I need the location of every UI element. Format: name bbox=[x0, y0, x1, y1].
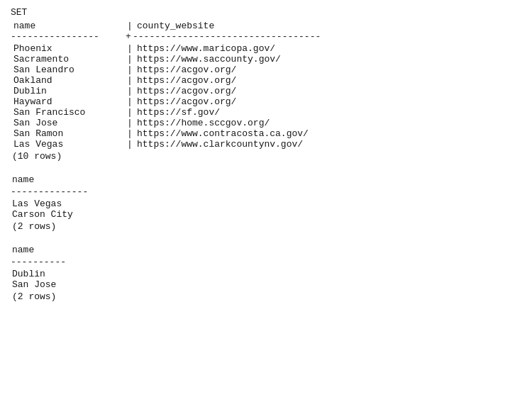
table1-rows: Phoenix | https://www.maricopa.gov/ Sacr… bbox=[11, 43, 521, 150]
row-separator: | bbox=[126, 118, 134, 128]
table1-col2-header: county_website bbox=[134, 21, 214, 31]
table-row: San Francisco| https://sf.gov/ bbox=[11, 107, 521, 118]
table2-block: name -------------- Las Vegas Carson Cit… bbox=[11, 174, 521, 232]
row-name: Las Vegas bbox=[12, 139, 126, 150]
table-row: Dublin | https://acgov.org/ bbox=[11, 86, 521, 96]
row-name: San Ramon bbox=[12, 128, 126, 139]
table1-divider-right: ---------------------------------- bbox=[133, 31, 521, 42]
row-name: San Jose bbox=[12, 118, 126, 128]
row-website: https://www.contracosta.ca.gov/ bbox=[134, 128, 309, 139]
row-website: https://www.saccounty.gov/ bbox=[134, 54, 281, 65]
table-row: San Jose | https://home.sccgov.org/ bbox=[11, 118, 521, 128]
table1-divider-plus: + bbox=[124, 31, 133, 42]
row-name: Dublin bbox=[12, 86, 126, 96]
table3-row-count: (2 rows) bbox=[11, 291, 521, 302]
row-name: San Francisco bbox=[12, 107, 126, 118]
table1-block: name | county_website ---------------- +… bbox=[11, 21, 521, 162]
table-row: San Ramon | https://www.contracosta.ca.g… bbox=[11, 128, 521, 139]
row-name: Sacramento bbox=[12, 54, 126, 65]
list-item: Carson City bbox=[11, 209, 521, 220]
row-separator: | bbox=[126, 54, 134, 65]
row-website: https://www.maricopa.gov/ bbox=[134, 43, 275, 54]
row-separator: | bbox=[126, 86, 134, 96]
row-website: https://acgov.org/ bbox=[134, 96, 236, 107]
row-separator: | bbox=[126, 65, 134, 75]
table3-rows: Dublin San Jose bbox=[11, 269, 521, 290]
list-item: San Jose bbox=[11, 279, 521, 290]
row-name: San Leandro bbox=[12, 65, 126, 75]
row-name: Phoenix bbox=[12, 43, 126, 54]
row-website: https://sf.gov/ bbox=[134, 107, 220, 118]
row-website: https://acgov.org/ bbox=[134, 75, 236, 86]
table-row: Hayward | https://acgov.org/ bbox=[11, 96, 521, 107]
table2-rows: Las Vegas Carson City bbox=[11, 198, 521, 220]
table1-row-count: (10 rows) bbox=[11, 151, 521, 162]
table1-col1-header: name bbox=[12, 21, 126, 31]
row-separator: | bbox=[126, 43, 134, 54]
set-label: SET bbox=[11, 7, 521, 18]
row-website: https://acgov.org/ bbox=[134, 86, 236, 96]
row-website: https://acgov.org/ bbox=[134, 65, 236, 75]
row-name: Oakland bbox=[12, 75, 126, 86]
table-row: San Leandro | https://acgov.org/ bbox=[11, 65, 521, 75]
table1-divider-left: ---------------- bbox=[11, 31, 124, 42]
table3-header: name bbox=[11, 245, 521, 255]
table2-header: name bbox=[11, 174, 521, 185]
table-row: Sacramento | https://www.saccounty.gov/ bbox=[11, 54, 521, 65]
list-item: Dublin bbox=[11, 269, 521, 279]
table2-row-count: (2 rows) bbox=[11, 221, 521, 232]
table2-divider: -------------- bbox=[11, 186, 521, 197]
table3-block: name ---------- Dublin San Jose (2 rows) bbox=[11, 245, 521, 302]
table1-divider: ---------------- + ---------------------… bbox=[11, 31, 521, 42]
row-website: https://www.clarkcountynv.gov/ bbox=[134, 139, 303, 150]
row-separator: | bbox=[126, 139, 134, 150]
row-separator: | bbox=[126, 75, 134, 86]
list-item: Las Vegas bbox=[11, 198, 521, 209]
table1-col-sep-header: | bbox=[126, 21, 134, 31]
table3-divider: ---------- bbox=[11, 257, 521, 267]
row-name: Hayward bbox=[12, 96, 126, 107]
row-separator: | bbox=[126, 96, 134, 107]
row-separator: | bbox=[126, 107, 134, 118]
table-row: Oakland | https://acgov.org/ bbox=[11, 75, 521, 86]
row-website: https://home.sccgov.org/ bbox=[134, 118, 270, 128]
row-separator: | bbox=[126, 128, 134, 139]
table-row: Phoenix | https://www.maricopa.gov/ bbox=[11, 43, 521, 54]
table-row: Las Vegas | https://www.clarkcountynv.go… bbox=[11, 139, 521, 150]
table1-header: name | county_website bbox=[11, 21, 521, 31]
